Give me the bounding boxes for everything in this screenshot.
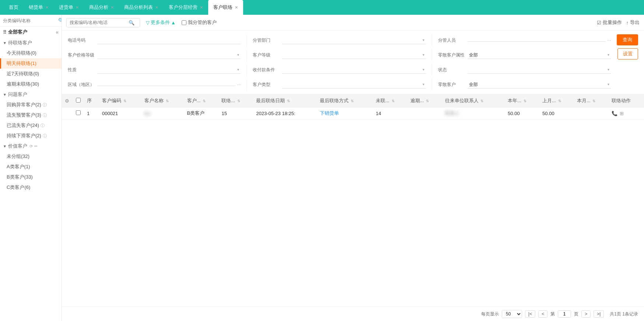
gear-icon[interactable]: ⚙ [65, 98, 69, 104]
per-page-select[interactable]: 50 100 200 [502, 310, 522, 318]
row-checkbox[interactable] [76, 110, 81, 115]
sidebar-group-value[interactable]: ▼ 价值客户 ⟳ ✏ [0, 141, 62, 151]
first-page-button[interactable]: |< [525, 310, 535, 318]
sort-icon[interactable]: ⇅ [203, 99, 206, 103]
filter-phone-input[interactable] [97, 37, 241, 44]
close-icon[interactable]: ✕ [155, 5, 158, 10]
nav-sales[interactable]: 销货单 ✕ [24, 0, 54, 15]
grid-action-icon[interactable]: ⊞ [620, 111, 624, 116]
next-page-button[interactable]: > [581, 310, 591, 318]
filter-customer-type-select[interactable] [282, 81, 426, 88]
last-contact-link[interactable]: 下销货单 [320, 110, 339, 116]
filter-row-2: 客户价格等级 ▾ 客户等级 ▾ [68, 49, 611, 61]
sort-icon[interactable]: ⇅ [558, 99, 561, 103]
sidebar-item-churned[interactable]: 已流失客户(24) ⓘ [0, 120, 62, 131]
nav-product-analysis[interactable]: 商品分析 ✕ [84, 0, 119, 15]
sort-icon[interactable]: ⇅ [392, 99, 395, 103]
filter-retail-attr-select[interactable]: 全部 [468, 51, 611, 59]
all-customers-title[interactable]: ⠿ 全部客户 « [0, 27, 62, 38]
sort-icon[interactable]: ⇅ [480, 99, 483, 103]
customer-name-blurred: Ea [144, 111, 150, 116]
per-page-label: 每页显示 [481, 311, 499, 317]
close-icon[interactable]: ✕ [111, 5, 114, 10]
last-page-button[interactable]: >| [594, 310, 604, 318]
collapse-icon[interactable]: « [56, 29, 59, 35]
settings-button[interactable]: 设置 [617, 48, 638, 59]
td-name: Ea [141, 107, 184, 120]
search-input[interactable] [70, 20, 129, 25]
refresh-icon[interactable]: ⟳ [29, 144, 33, 149]
filter-row-4: 区域（地区） ··· 客户类型 ▾ [68, 79, 611, 90]
sort-icon[interactable]: ⇅ [426, 99, 429, 103]
filter-nature-select[interactable] [97, 66, 241, 73]
nav-home[interactable]: 首页 [4, 0, 24, 15]
td-last-month: 50.00 [539, 107, 574, 120]
my-customers-checkbox[interactable] [182, 20, 186, 25]
sidebar-search-input[interactable] [3, 18, 58, 23]
filter-more-button[interactable]: ▽ 更多条件 ▲ [143, 18, 179, 27]
sidebar-item-class-a[interactable]: A类客户(1) [0, 162, 62, 172]
sidebar-search-icon[interactable]: 🔍 [58, 18, 62, 23]
sort-icon[interactable]: ⇅ [166, 99, 169, 103]
table-row: 1 000021 Ea B类客户 15 2023-05-23 18:25: 下销… [62, 107, 644, 120]
th-contact: 联络... ⇅ [218, 94, 253, 107]
filter-person-dots[interactable]: ··· [607, 38, 611, 43]
nav-purchase[interactable]: 进货单 ✕ [54, 0, 84, 15]
sort-icon[interactable]: ⇅ [592, 99, 595, 103]
filter-dept-select[interactable] [282, 37, 426, 44]
action-icons: 📞 ⊞ [612, 111, 641, 116]
info-icon: ⓘ [43, 113, 47, 118]
sort-icon[interactable]: ⇅ [351, 99, 354, 103]
filter-customer-level-select-wrapper: ▾ [282, 51, 426, 59]
sidebar-item-overdue[interactable]: 逾期未联络(30) [0, 79, 62, 89]
close-icon[interactable]: ✕ [45, 5, 49, 10]
sidebar-item-churn-warning[interactable]: 流失预警客户(3) ⓘ [0, 110, 62, 120]
sidebar-item-7days[interactable]: 近7天待联络(0) [0, 69, 62, 79]
filter-price-level: 客户价格等级 ▾ [68, 51, 241, 59]
page-label: 第 [550, 311, 555, 317]
search-button[interactable]: 🔍 [129, 20, 134, 25]
edit-icon[interactable]: ✏ [34, 144, 38, 149]
sort-icon[interactable]: ⇅ [237, 99, 240, 103]
td-check [73, 107, 84, 120]
filter-price-select[interactable] [97, 51, 241, 59]
filter-customer-level-select[interactable] [282, 51, 426, 59]
nav-customer-contact[interactable]: 客户联络 ✕ [208, 0, 243, 15]
filter-retail-customer-select[interactable]: 全部 [468, 81, 611, 88]
sidebar-item-class-c[interactable]: C类客户(6) [0, 182, 62, 193]
sidebar-item-today[interactable]: 今天待联络(0) [0, 48, 62, 58]
sidebar-item-class-b[interactable]: B类客户(33) [0, 172, 62, 182]
filter-region-dots[interactable]: ··· [237, 82, 241, 87]
nav-customer-layer[interactable]: 客户分层经营 ✕ [164, 0, 208, 15]
phone-action-icon[interactable]: 📞 [612, 111, 617, 116]
filter-retail-customer-label: 零散客户 [438, 82, 468, 88]
close-icon[interactable]: ✕ [200, 5, 203, 10]
sidebar-item-declining[interactable]: 持续下滑客户(2) ⓘ [0, 131, 62, 141]
filter-dept-select-wrapper: ▾ [282, 37, 426, 44]
filter-status-select[interactable] [468, 66, 611, 73]
filter-phone-label: 电话号码 [68, 37, 97, 44]
sidebar-item-tomorrow[interactable]: 明天待联络(1) [0, 58, 62, 69]
filter-retail-attr: 零散客户属性 全部 ▾ [438, 51, 611, 59]
close-icon[interactable]: ✕ [76, 5, 79, 10]
my-customers-filter[interactable]: 我分管的客户 [182, 19, 217, 26]
prev-page-button[interactable]: < [538, 310, 547, 318]
sidebar-item-repurchase-anomaly[interactable]: 回购异常客户(2) ⓘ [0, 100, 62, 110]
sidebar-item-ungrouped[interactable]: 未分组(32) [0, 151, 62, 162]
th-action: 联络动作 [609, 94, 644, 107]
query-button[interactable]: 查询 [617, 34, 638, 45]
filter-payment-select[interactable] [282, 66, 426, 73]
export-button[interactable]: ↑ 导出 [626, 19, 640, 26]
sort-icon[interactable]: ⇅ [287, 99, 290, 103]
page-number-input[interactable] [558, 310, 571, 318]
main-layout: 🔍 ⠿ 全部客户 « ▼ 待联络客户 今天待联络(0) 明天待联络(1) 近7天… [0, 15, 644, 321]
select-all-checkbox[interactable] [76, 98, 81, 103]
sidebar-group-problem[interactable]: ▼ 问题客户 [0, 89, 62, 100]
sidebar-group-pending[interactable]: ▼ 待联络客户 [0, 38, 62, 48]
bulk-operation-button[interactable]: ☑ 批量操作 [597, 19, 622, 26]
th-type: 客户... ⇅ [184, 94, 219, 107]
nav-product-analysis-list[interactable]: 商品分析列表 ✕ [119, 0, 164, 15]
close-icon[interactable]: ✕ [235, 5, 238, 10]
sort-icon[interactable]: ⇅ [524, 99, 526, 103]
sort-icon[interactable]: ⇅ [123, 99, 126, 103]
